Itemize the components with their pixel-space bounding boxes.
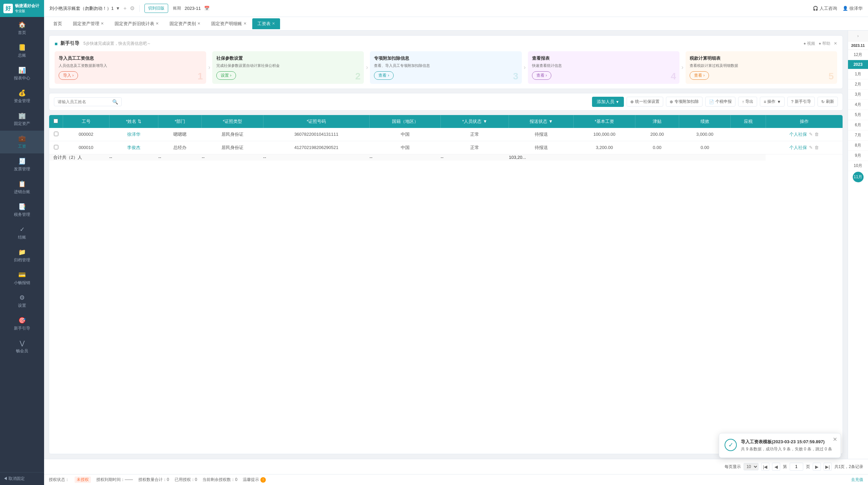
row1-name[interactable]: 徐泽华 (109, 128, 158, 141)
calendar-month-mar[interactable]: 3月 (848, 90, 868, 100)
calendar-month-jan[interactable]: 1月 (848, 69, 868, 79)
new-guide-btn[interactable]: ? 新手引导 (787, 97, 815, 107)
calendar-panel-toggle[interactable]: › (848, 31, 868, 41)
step1-btn[interactable]: 导入 › (59, 71, 78, 80)
step4-btn[interactable]: 查看 › (532, 71, 551, 80)
search-box[interactable]: 🔍 (54, 97, 122, 106)
status-filter-icon[interactable]: ▼ (483, 119, 487, 124)
page-number-input[interactable] (790, 463, 803, 471)
social-insurance-btn[interactable]: ⊕ 统一社保设置 (627, 97, 663, 107)
sidebar-item-funds[interactable]: 💰 资金管理 (0, 85, 44, 108)
row1-checkbox[interactable] (54, 132, 58, 136)
row1-edit-icon[interactable]: ✎ (809, 132, 813, 137)
calendar-month-sep[interactable]: 9月 (848, 151, 868, 161)
row2-delete-icon[interactable]: 🗑 (814, 145, 819, 150)
row2-social-insurance-link[interactable]: 个人社保 (789, 145, 807, 150)
calendar-month-nov[interactable]: 11月 (853, 172, 864, 183)
calendar-month-jul[interactable]: 7月 (848, 130, 868, 141)
tab-asset-category[interactable]: 固定资产类别 ✕ (164, 18, 205, 29)
operations-btn[interactable]: ≡ 操作 ▼ (760, 97, 785, 107)
tab-fixed-assets[interactable]: 固定资产管理 ✕ (68, 18, 109, 29)
sidebar-item-invoice[interactable]: 🧾 发票管理 (0, 153, 44, 176)
last-page-btn[interactable]: ▶| (824, 463, 832, 471)
tax-report-btn[interactable]: 📄 个税申报 (705, 97, 735, 107)
tab-home[interactable]: 首页 (48, 18, 67, 29)
video-link[interactable]: ● 视频 (804, 41, 815, 46)
sort-icon[interactable]: ⇅ (138, 119, 141, 124)
add-account-btn[interactable]: + (123, 5, 126, 12)
help-link[interactable]: ● 帮助 (818, 41, 830, 46)
account-selector[interactable]: 刘小艳演示账套（勿删勿动！）1 ▼ (50, 5, 120, 12)
add-employee-button[interactable]: 添加人员 ▼ (592, 97, 624, 107)
row1-delete-icon[interactable]: 🗑 (814, 132, 819, 137)
settings-btn[interactable]: ⚙ (130, 5, 135, 12)
tab-asset-category-close[interactable]: ✕ (197, 21, 200, 26)
tab-depreciation[interactable]: 固定资产折旧统计表 ✕ (110, 18, 164, 29)
step5-btn[interactable]: 查看 › (690, 71, 709, 80)
ai-consult-btn[interactable]: 🎧 人工咨询 (813, 5, 837, 12)
calendar-month-apr[interactable]: 4月 (848, 100, 868, 110)
row1-social-insurance-link[interactable]: 个人社保 (789, 132, 807, 137)
tab-asset-category-label: 固定资产类别 (170, 21, 196, 27)
sidebar-item-guide[interactable]: 🎯 新手引导 (0, 313, 44, 335)
sidebar-item-assets[interactable]: 🏢 固定资产 (0, 108, 44, 131)
first-page-btn[interactable]: |◀ (761, 463, 769, 471)
row2-edit-icon[interactable]: ✎ (809, 145, 813, 150)
special-deduction-btn[interactable]: ⊕ 专项附加扣除 (666, 97, 703, 107)
guide-card-heading: 新手引导 (60, 40, 79, 46)
prev-page-btn[interactable]: ◀ (772, 463, 780, 471)
sidebar-item-reports[interactable]: 📊 报表中心 (0, 62, 44, 85)
calendar-month-dec[interactable]: 12月 (848, 50, 868, 60)
sidebar-item-tax[interactable]: 📑 税务管理 (0, 199, 44, 222)
row1-operation: 个人社保 ✎ 🗑 (766, 128, 843, 141)
used-auth: 已用授权：0 (175, 477, 197, 483)
calendar-month-oct[interactable]: 10月 (848, 161, 868, 171)
calendar-month-may[interactable]: 5月 (848, 110, 868, 120)
calendar-icon[interactable]: 📅 (204, 6, 210, 11)
select-all-checkbox[interactable] (54, 119, 58, 123)
row2-checkbox[interactable] (54, 145, 58, 149)
tax-report-label: 个税申报 (715, 99, 732, 105)
tab-salary[interactable]: 工资表 ✕ (252, 18, 280, 29)
row2-checkbox-cell[interactable] (49, 141, 63, 154)
sidebar-item-archive[interactable]: 📁 归档管理 (0, 244, 44, 267)
calendar-month-feb[interactable]: 2月 (848, 79, 868, 90)
switch-version-btn[interactable]: 切到旧版 (144, 4, 168, 13)
charge-link[interactable]: 去充值 (851, 477, 863, 483)
sidebar-item-salary[interactable]: 💼 工资 (0, 131, 44, 153)
guide-close-btn[interactable]: ✕ (834, 41, 837, 46)
row2-status: 正常 (440, 141, 509, 154)
row1-checkbox-cell[interactable] (49, 128, 63, 141)
calendar-year-label[interactable]: 2023 (848, 60, 868, 69)
notification-close-btn[interactable]: ✕ (833, 436, 837, 443)
user-profile-btn[interactable]: 👤 徐泽华 (843, 5, 863, 12)
export-btn[interactable]: ↑ 导出 (738, 97, 757, 107)
calendar-month-aug[interactable]: 8月 (848, 141, 868, 151)
tab-salary-close[interactable]: ✕ (272, 21, 275, 26)
sidebar-item-stock[interactable]: 📋 进销台账 (0, 176, 44, 199)
th-basic-salary: *基本工资 (574, 115, 635, 128)
calendar-month-jun[interactable]: 6月 (848, 120, 868, 130)
report-status-filter-icon[interactable]: ▼ (549, 119, 553, 124)
sidebar-item-settings[interactable]: ⚙ 设置 (0, 290, 44, 313)
th-select-all[interactable] (49, 115, 63, 128)
sidebar-item-home[interactable]: 🏠 首页 (0, 17, 44, 40)
tab-fixed-assets-close[interactable]: ✕ (101, 21, 104, 26)
tab-asset-ledger[interactable]: 固定资产明细账 ✕ (206, 18, 252, 29)
sidebar-item-label: 新手引导 (14, 325, 30, 331)
user-name: 徐泽华 (849, 5, 863, 12)
per-page-select[interactable]: 10 20 50 (744, 463, 758, 470)
step2-btn[interactable]: 设置 › (216, 71, 236, 80)
sidebar-item-expense[interactable]: 💳 小畅报销 (0, 267, 44, 290)
step3-btn[interactable]: 查看 › (374, 71, 393, 80)
next-page-btn[interactable]: ▶ (813, 463, 821, 471)
unpin-button[interactable]: ◀ 取消固定 (0, 472, 44, 485)
sidebar-item-ledger[interactable]: 📒 总账 (0, 40, 44, 62)
refresh-btn[interactable]: ↻ 刷新 (817, 97, 838, 107)
sidebar-item-close[interactable]: ✓ 结账 (0, 222, 44, 244)
tab-depreciation-close[interactable]: ✕ (156, 21, 159, 26)
tab-asset-ledger-close[interactable]: ✕ (243, 21, 246, 26)
search-input[interactable] (58, 99, 110, 104)
row2-name[interactable]: 李俊杰 (109, 141, 158, 154)
sidebar-item-member[interactable]: ⋁ 畅会员 (0, 335, 44, 358)
